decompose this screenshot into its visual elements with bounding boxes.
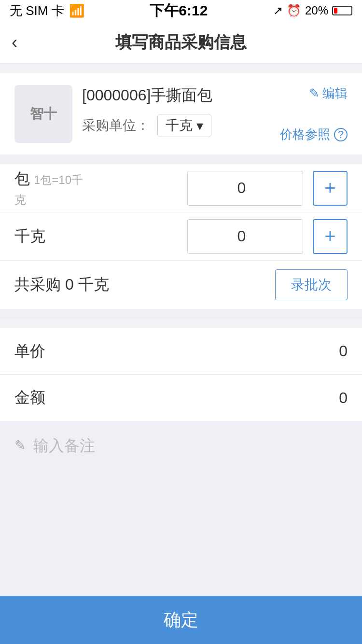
price-section: 单价 0 金额 0 [0, 328, 362, 421]
wifi-icon: 📶 [69, 3, 84, 18]
input-row-kg: 千克 + [0, 212, 362, 261]
status-right: ↗ ⏰ 20% [273, 4, 352, 17]
input-label-bag: 包1包=10千克 [14, 168, 92, 208]
price-ref-label: 价格参照 [280, 126, 330, 143]
back-button[interactable]: ‹ [12, 32, 17, 53]
unit-dropdown[interactable]: 千克 ▾ [157, 114, 211, 137]
bag-plus-button[interactable]: + [313, 171, 348, 206]
product-card: 智十 [0000006]手撕面包 采购单位： 千克 ▾ ✎ 编辑 价格参照 ? [0, 73, 362, 154]
section-divider-1 [0, 154, 362, 164]
unit-price-value: 0 [339, 342, 348, 360]
price-unit-row: 单价 0 [0, 328, 362, 375]
kg-plus-button[interactable]: + [313, 219, 348, 254]
pencil-icon: ✎ [14, 437, 26, 453]
edit-button[interactable]: ✎ 编辑 [309, 85, 348, 102]
amount-label: 金额 [14, 387, 45, 408]
dropdown-arrow-icon: ▾ [196, 118, 203, 134]
confirm-button[interactable]: 确定 [0, 596, 362, 644]
kg-quantity-input[interactable] [187, 219, 303, 254]
summary-text: 共采购 0 千克 [14, 274, 109, 295]
unit-price-label: 单价 [14, 341, 45, 362]
location-icon: ↗ [273, 4, 283, 17]
input-label-kg: 千克 [14, 226, 92, 247]
input-field-wrap-kg: + [92, 219, 348, 254]
carrier-label: 无 SIM 卡 [10, 2, 64, 19]
unit-value: 千克 [166, 116, 193, 135]
product-name: [0000006]手撕面包 [82, 85, 348, 106]
battery-percent: 20% [305, 4, 328, 17]
alarm-icon: ⏰ [287, 4, 301, 17]
remark-section[interactable]: ✎ 输入备注 [0, 421, 362, 479]
status-bar: 无 SIM 卡 📶 下午6:12 ↗ ⏰ 20% [0, 0, 362, 21]
status-time: 下午6:12 [150, 1, 208, 21]
edit-label: 编辑 [322, 85, 348, 102]
edit-icon: ✎ [309, 86, 320, 101]
summary-row: 共采购 0 千克 录批次 [0, 261, 362, 309]
input-row-bag: 包1包=10千克 + [0, 164, 362, 212]
product-image: 智十 [14, 85, 72, 143]
battery-icon [332, 6, 352, 15]
unit-label: 采购单位： [82, 116, 150, 135]
input-section: 包1包=10千克 + 千克 + [0, 164, 362, 261]
status-left: 无 SIM 卡 📶 [10, 2, 84, 19]
price-amount-row: 金额 0 [0, 375, 362, 421]
section-divider-2 [0, 309, 362, 319]
page-title: 填写商品采购信息 [115, 31, 247, 54]
price-ref-button[interactable]: 价格参照 ? [280, 126, 348, 143]
amount-value: 0 [339, 389, 348, 407]
bag-quantity-input[interactable] [187, 171, 303, 206]
price-ref-icon: ? [334, 128, 348, 141]
remark-input[interactable]: 输入备注 [33, 435, 95, 457]
product-image-label: 智十 [30, 106, 57, 122]
nav-bar: ‹ 填写商品采购信息 [0, 21, 362, 64]
record-batch-button[interactable]: 录批次 [275, 269, 348, 300]
input-field-wrap-bag: + [92, 171, 348, 206]
